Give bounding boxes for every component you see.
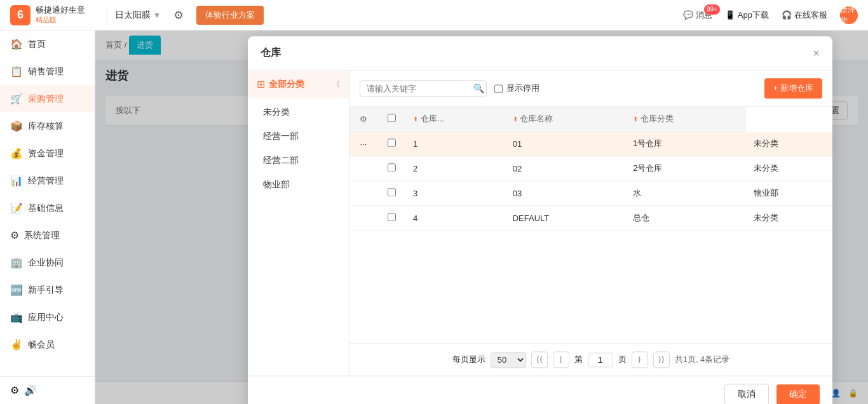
row-name-2: 2号仓库 — [625, 156, 746, 181]
try-industry-button[interactable]: 体验行业方案 — [196, 6, 264, 25]
sidebar-bottom: ⚙ 🔊 — [0, 376, 95, 404]
settings-bottom-icon[interactable]: ⚙ — [10, 384, 19, 396]
category-item-op2[interactable]: 经营二部 — [248, 149, 349, 173]
sidebar-item-purchase[interactable]: 🛒 采购管理 — [0, 85, 95, 112]
row-checkbox-4[interactable] — [388, 213, 396, 221]
confirm-button[interactable]: 确定 — [776, 384, 820, 404]
row-num-2: 2 — [405, 156, 505, 181]
modal-footer: 取消 确定 — [248, 375, 832, 404]
sidebar-label-operation: 经营管理 — [28, 175, 64, 187]
table-row[interactable]: ··· 1 01 1号仓库 未分类 — [349, 131, 832, 156]
table-row[interactable]: 2 02 2号仓库 未分类 — [349, 156, 832, 181]
sidebar-item-enterprise[interactable]: 🏢 企业协同 — [0, 249, 95, 276]
message-button[interactable]: 💬 消息 99+ — [683, 10, 712, 21]
sidebar-item-home[interactable]: 🏠 首页 — [0, 30, 95, 58]
search-input[interactable] — [367, 84, 473, 93]
sidebar-item-finance[interactable]: 💰 资金管理 — [0, 140, 95, 167]
inventory-icon: 📦 — [10, 120, 23, 132]
guide-icon: 🆕 — [10, 284, 23, 296]
row-gear-3[interactable] — [349, 181, 377, 206]
sound-bottom-icon[interactable]: 🔊 — [24, 384, 37, 396]
row-check-2[interactable] — [377, 156, 405, 181]
row-check-3[interactable] — [377, 181, 405, 206]
sidebar-label-purchase: 采购管理 — [28, 93, 64, 105]
sidebar: 🏠 首页 📋 销售管理 🛒 采购管理 📦 库存核算 💰 资金管理 📊 经营管理 … — [0, 30, 95, 404]
all-categories-item[interactable]: ⊞ 全部分类 《 — [248, 71, 349, 98]
app-icon: 📱 — [725, 10, 735, 20]
next-page-icon: ⟩ — [638, 355, 641, 364]
prev-page-button[interactable]: ⟨ — [553, 351, 569, 368]
warehouse-table-area: 🔍 显示停用 + 新增仓库 ⚙ — [349, 71, 832, 375]
category-item-op1[interactable]: 经营一部 — [248, 125, 349, 149]
logo-text: 畅捷通好生意 — [36, 5, 85, 16]
sidebar-item-inventory[interactable]: 📦 库存核算 — [0, 112, 95, 140]
search-icon[interactable]: 🔍 — [473, 83, 484, 93]
row-gear-4[interactable] — [349, 206, 377, 231]
row-check-4[interactable] — [377, 206, 405, 231]
row-checkbox-3[interactable] — [388, 188, 396, 196]
show-disabled-input[interactable] — [494, 84, 503, 93]
category-item-property[interactable]: 物业部 — [248, 173, 349, 197]
table-toolbar: 🔍 显示停用 + 新增仓库 — [349, 71, 832, 107]
system-icon: ⚙ — [10, 229, 19, 241]
first-page-button[interactable]: ⟨⟨ — [531, 351, 548, 368]
online-service-button[interactable]: 🎧 在线客服 — [782, 10, 827, 21]
sidebar-label-home: 首页 — [28, 39, 46, 50]
cancel-button[interactable]: 取消 — [724, 384, 769, 404]
sidebar-item-operation[interactable]: 📊 经营管理 — [0, 167, 95, 194]
row-gear-1[interactable]: ··· — [349, 131, 377, 156]
select-all-checkbox[interactable] — [388, 114, 396, 122]
header-divider — [107, 6, 107, 25]
category-item-none[interactable]: 未分类 — [248, 100, 349, 125]
gear-button[interactable]: ⚙ — [168, 5, 189, 25]
row-checkbox-2[interactable] — [388, 163, 396, 172]
modal-close-button[interactable]: × — [813, 48, 820, 59]
sidebar-label-enterprise: 企业协同 — [28, 257, 64, 269]
message-badge: 99+ — [704, 4, 720, 15]
sidebar-label-member: 畅会员 — [28, 339, 55, 351]
show-disabled-checkbox: 显示停用 — [494, 83, 539, 94]
user-menu[interactable]: 徐泽华 — [840, 6, 858, 24]
search-box: 🔍 — [360, 80, 487, 97]
sidebar-item-system[interactable]: ⚙ 系统管理 — [0, 222, 95, 249]
table-row[interactable]: 3 03 水 物业部 — [349, 181, 832, 206]
sort-icon-name: ⬆ — [513, 116, 518, 123]
sidebar-label-sales: 销售管理 — [28, 66, 64, 77]
table-row[interactable]: 4 DEFAULT 总仓 未分类 — [349, 206, 832, 231]
add-warehouse-button[interactable]: + 新增仓库 — [764, 78, 822, 98]
row-checkbox-1[interactable] — [388, 138, 396, 147]
warehouse-data-table: ⚙ ⬆ 仓库... ⬆ — [349, 107, 832, 343]
row-num-4: 4 — [405, 206, 505, 231]
next-page-button[interactable]: ⟩ — [632, 351, 648, 368]
row-name-3: 水 — [625, 181, 746, 206]
sidebar-item-basic[interactable]: 📝 基础信息 — [0, 194, 95, 222]
last-page-button[interactable]: ⟩⟩ — [653, 351, 670, 368]
per-page-select[interactable]: 50 10 20 100 — [491, 352, 526, 368]
collapse-category-button[interactable]: 《 — [332, 79, 340, 90]
modal-header: 仓库 × — [248, 36, 832, 71]
category-grid-icon: ⊞ — [257, 78, 265, 90]
row-check-1[interactable] — [377, 131, 405, 156]
row-category-4: 未分类 — [746, 206, 832, 231]
sidebar-item-member[interactable]: ✌ 畅会员 — [0, 331, 95, 358]
sidebar-item-guide[interactable]: 🆕 新手引导 — [0, 276, 95, 304]
store-arrow-icon: ▼ — [153, 11, 161, 20]
page-number-input[interactable] — [588, 353, 613, 367]
warehouse-modal: 仓库 × ⊞ 全部分类 《 未分类 经营一部 经营二部 物业部 — [248, 36, 832, 404]
enterprise-icon: 🏢 — [10, 257, 23, 269]
row-code-3: 03 — [505, 181, 626, 206]
row-category-2: 未分类 — [746, 156, 832, 181]
sidebar-item-sales[interactable]: 📋 销售管理 — [0, 58, 95, 85]
sidebar-item-appcenter[interactable]: 📺 应用中心 — [0, 304, 95, 331]
purchase-icon: 🛒 — [10, 93, 23, 105]
sidebar-label-system: 系统管理 — [24, 230, 60, 241]
last-page-icon: ⟩⟩ — [658, 355, 665, 364]
message-icon: 💬 — [683, 10, 693, 20]
logo-sub: 精品版 — [36, 15, 85, 25]
store-name: 日太阳膜 — [115, 10, 151, 21]
row-gear-2[interactable] — [349, 156, 377, 181]
user-avatar: 徐泽华 — [840, 6, 858, 24]
row-code-1: 01 — [505, 131, 626, 156]
store-selector[interactable]: 日太阳膜 ▼ — [115, 10, 161, 21]
app-download-button[interactable]: 📱 App下载 — [725, 10, 769, 21]
